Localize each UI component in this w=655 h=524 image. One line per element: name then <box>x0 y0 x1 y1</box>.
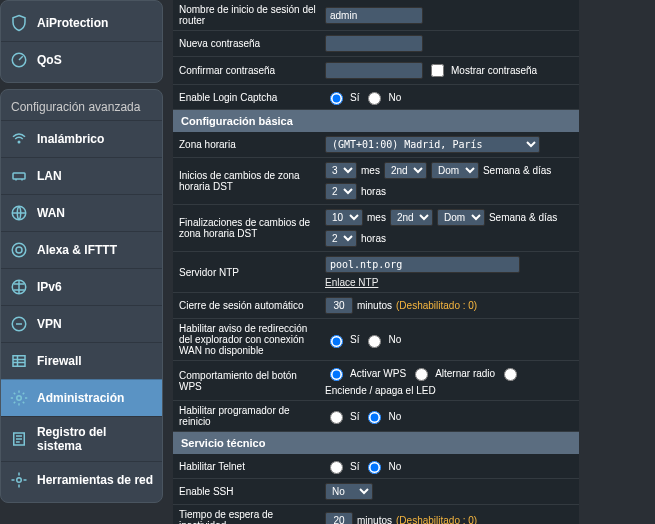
nav-label: AiProtection <box>37 16 108 30</box>
svg-rect-8 <box>13 356 25 367</box>
input-ntp-server[interactable] <box>325 256 520 273</box>
input-router-login[interactable] <box>325 7 423 24</box>
gauge-icon <box>9 50 29 70</box>
nav-label: Herramientas de red <box>37 473 153 487</box>
radio-reboot-yes[interactable] <box>330 411 343 424</box>
select-timezone[interactable]: (GMT+01:00) Madrid, París <box>325 136 540 153</box>
radio-reboot-no[interactable] <box>368 411 381 424</box>
label-ntp-server: Servidor NTP <box>179 267 319 278</box>
select-ssh[interactable]: No <box>325 483 373 500</box>
nav-label: WAN <box>37 206 65 220</box>
label-dst-start: Inicios de cambios de zona horaria DST <box>179 170 319 192</box>
idle-timeout-hint: (Deshabilitado : 0) <box>396 515 477 525</box>
select-dst-start-day[interactable]: Dom <box>431 162 479 179</box>
radio-redirect-yes[interactable] <box>330 335 343 348</box>
label-enable-captcha: Enable Login Captcha <box>179 92 319 103</box>
label-wps-behavior: Comportamiento del botón WPS <box>179 370 319 392</box>
label-enable-ssh: Enable SSH <box>179 486 319 497</box>
tools-icon <box>9 470 29 490</box>
vpn-icon <box>9 314 29 334</box>
nav-label: QoS <box>37 53 62 67</box>
auto-logout-hint: (Deshabilitado : 0) <box>396 300 477 311</box>
sidebar-item-ipv6[interactable]: IPv6 <box>1 268 162 305</box>
shield-icon <box>9 13 29 33</box>
sidebar-item-systemlog[interactable]: Registro del sistema <box>1 416 162 461</box>
svg-point-9 <box>17 396 22 401</box>
select-dst-end-hour[interactable]: 2 <box>325 230 357 247</box>
sidebar-item-wireless[interactable]: Inalámbrico <box>1 120 162 157</box>
label-show-password: Mostrar contraseña <box>451 65 537 76</box>
label-enable-telnet: Habilitar Telnet <box>179 461 319 472</box>
radio-telnet-no[interactable] <box>368 461 381 474</box>
lan-icon <box>9 166 29 186</box>
select-dst-end-week[interactable]: 2nd <box>390 209 433 226</box>
nav-label: Firewall <box>37 354 82 368</box>
input-auto-logout[interactable] <box>325 297 353 314</box>
radio-wps-activate[interactable] <box>330 368 343 381</box>
label-reboot-scheduler: Habilitar programador de reinicio <box>179 405 319 427</box>
radio-wps-altradio[interactable] <box>415 368 428 381</box>
sidebar-item-vpn[interactable]: VPN <box>1 305 162 342</box>
label-idle-timeout: Tiempo de espera de inactividad <box>179 509 319 524</box>
nav-label: Alexa & IFTTT <box>37 243 117 257</box>
label-new-password: Nueva contraseña <box>179 38 319 49</box>
radio-captcha-no[interactable] <box>368 92 381 105</box>
nav-label: Registro del sistema <box>37 425 154 453</box>
sidebar-item-nettools[interactable]: Herramientas de red <box>1 461 162 498</box>
input-new-password[interactable] <box>325 35 423 52</box>
nav-label: Inalámbrico <box>37 132 104 146</box>
alexa-icon <box>9 240 29 260</box>
svg-point-5 <box>16 247 22 253</box>
radio-wps-led[interactable] <box>504 368 517 381</box>
select-dst-start-month[interactable]: 3 <box>325 162 357 179</box>
log-icon <box>9 429 29 449</box>
radio-redirect-no[interactable] <box>368 335 381 348</box>
checkbox-show-password[interactable] <box>431 64 444 77</box>
sidebar-item-administration[interactable]: Administración <box>1 379 162 416</box>
label-confirm-password: Confirmar contraseña <box>179 65 319 76</box>
nav-label: LAN <box>37 169 62 183</box>
select-dst-start-hour[interactable]: 2 <box>325 183 357 200</box>
label-dst-end: Finalizaciones de cambios de zona horari… <box>179 217 319 239</box>
select-dst-end-day[interactable]: Dom <box>437 209 485 226</box>
sidebar-item-lan[interactable]: LAN <box>1 157 162 194</box>
advanced-title: Configuración avanzada <box>1 94 162 120</box>
sidebar-item-aiprotection[interactable]: AiProtection <box>1 5 162 41</box>
input-idle-timeout[interactable] <box>325 512 353 525</box>
ipv6-icon <box>9 277 29 297</box>
nav-label: IPv6 <box>37 280 62 294</box>
section-basic-config: Configuración básica <box>173 110 579 132</box>
sidebar-item-firewall[interactable]: Firewall <box>1 342 162 379</box>
svg-point-4 <box>12 243 26 257</box>
select-dst-start-week[interactable]: 2nd <box>384 162 427 179</box>
gear-icon <box>9 388 29 408</box>
radio-captcha-yes[interactable] <box>330 92 343 105</box>
label-router-login: Nombre de inicio de sesión del router <box>179 4 319 26</box>
nav-label: Administración <box>37 391 124 405</box>
globe-icon <box>9 203 29 223</box>
svg-point-1 <box>18 141 20 143</box>
section-service: Servicio técnico <box>173 432 579 454</box>
label-timezone: Zona horaria <box>179 139 319 150</box>
select-dst-end-month[interactable]: 10 <box>325 209 363 226</box>
nav-label: VPN <box>37 317 62 331</box>
sidebar-item-qos[interactable]: QoS <box>1 41 162 78</box>
sidebar-item-alexa[interactable]: Alexa & IFTTT <box>1 231 162 268</box>
input-confirm-password[interactable] <box>325 62 423 79</box>
link-ntp[interactable]: Enlace NTP <box>325 277 378 288</box>
radio-telnet-yes[interactable] <box>330 461 343 474</box>
wifi-icon <box>9 129 29 149</box>
label-auto-logout: Cierre de sesión automático <box>179 300 319 311</box>
sidebar-item-wan[interactable]: WAN <box>1 194 162 231</box>
label-redirect-notice: Habilitar aviso de redirección del explo… <box>179 323 319 356</box>
svg-point-11 <box>17 478 22 483</box>
svg-rect-2 <box>13 173 25 179</box>
firewall-icon <box>9 351 29 371</box>
